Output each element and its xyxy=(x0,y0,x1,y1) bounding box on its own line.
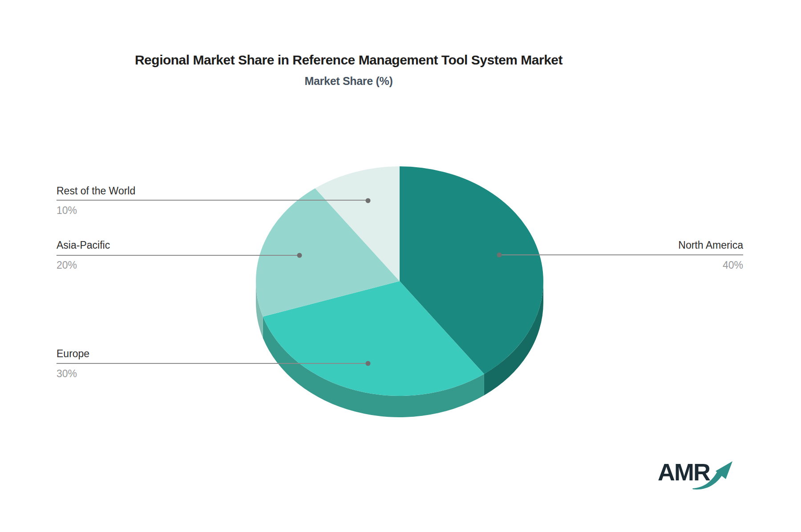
callout-label-north-america: North America xyxy=(678,239,743,251)
callout-label-rest-of-the-world: Rest of the World xyxy=(57,185,135,197)
pie-chart-canvas xyxy=(0,0,801,532)
pie-slices xyxy=(256,166,543,417)
growth-arrow-icon xyxy=(692,460,734,491)
callout-value-rest-of-the-world: 10% xyxy=(57,205,77,217)
chart-page: Regional Market Share in Reference Manag… xyxy=(0,0,801,532)
callout-value-north-america: 40% xyxy=(723,259,743,271)
leader-dot-rest-of-the-world xyxy=(366,198,371,203)
leader-dot-europe xyxy=(366,361,371,366)
amr-logo: AMR xyxy=(658,458,742,494)
callout-label-europe: Europe xyxy=(57,348,89,360)
callout-value-europe: 30% xyxy=(57,368,77,380)
leader-dot-north-america xyxy=(497,253,502,258)
callout-value-asia-pacific: 20% xyxy=(57,259,77,271)
leader-dot-asia-pacific xyxy=(297,253,302,258)
callout-label-asia-pacific: Asia-Pacific xyxy=(57,239,110,251)
